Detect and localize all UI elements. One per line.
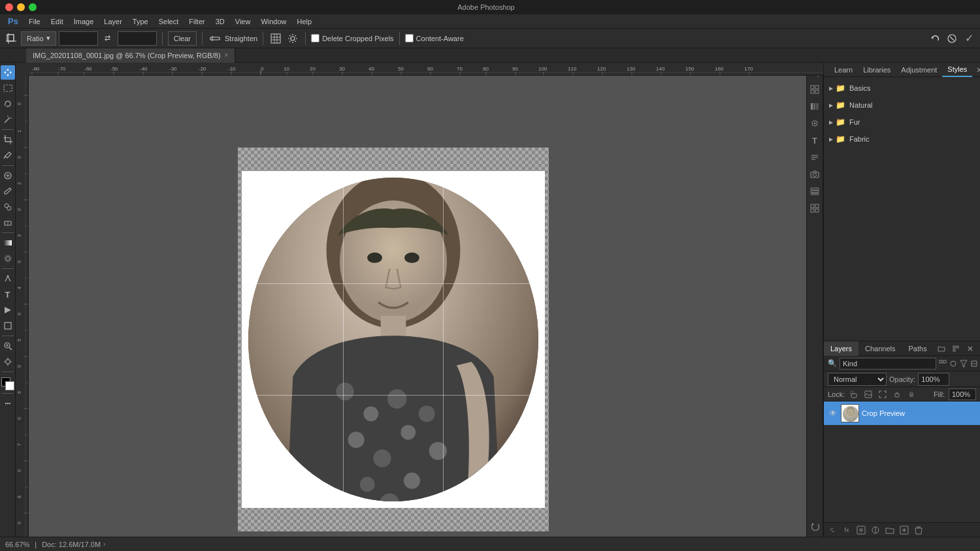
menu-window[interactable]: Window	[255, 16, 291, 27]
styles-collapse-icon[interactable]	[972, 63, 980, 77]
lock-artboard-icon[interactable]	[877, 389, 888, 400]
minimize-button[interactable]	[17, 3, 25, 11]
close-button[interactable]	[5, 3, 13, 11]
tool-blur[interactable]	[1, 251, 15, 266]
tab-adjustment[interactable]: Adjustment	[896, 63, 942, 77]
panel-icon-paragraph[interactable]	[808, 150, 822, 165]
panel-icon-adjustments[interactable]	[808, 116, 822, 131]
layers-group-icon[interactable]	[884, 524, 896, 536]
height-input[interactable]	[118, 31, 157, 46]
style-group-fabric-row[interactable]: ▶ 📁 Fabric	[824, 132, 980, 146]
layer-search-filter2-icon[interactable]	[960, 358, 968, 369]
menu-help[interactable]: Help	[292, 16, 318, 27]
tool-extra[interactable]	[1, 396, 15, 411]
swap-dimensions-icon[interactable]: ⇄	[101, 31, 115, 46]
tool-path-select[interactable]	[1, 303, 15, 317]
tab-styles[interactable]: Styles	[942, 63, 972, 77]
grid-overlay-icon[interactable]	[269, 31, 283, 46]
blend-mode-select[interactable]: Normal	[828, 373, 887, 386]
menu-select[interactable]: Select	[154, 16, 184, 27]
menu-view[interactable]: View	[230, 16, 256, 27]
tab-paths[interactable]: Paths	[902, 341, 934, 356]
layers-mask-icon[interactable]	[855, 524, 867, 536]
foreground-color[interactable]	[1, 377, 14, 390]
panel-icon-history[interactable]	[808, 520, 822, 534]
tool-pan[interactable]	[1, 354, 15, 369]
content-aware-checkbox[interactable]	[405, 34, 414, 42]
layers-fx-icon[interactable]: fx	[841, 524, 853, 536]
canvas-area[interactable]: -80 -70 -60 -50 -40 -30 -20 -10 0 10 20 …	[16, 63, 823, 537]
layers-panel-close-icon[interactable]	[964, 343, 976, 354]
tool-healing[interactable]	[1, 168, 15, 183]
menu-ps[interactable]: Ps	[3, 14, 24, 29]
tool-lasso[interactable]	[1, 97, 15, 111]
menu-edit[interactable]: Edit	[46, 16, 69, 27]
layers-delete-icon[interactable]	[913, 524, 924, 536]
panel-icon-text[interactable]: T	[808, 133, 822, 148]
tool-brush[interactable]	[1, 184, 15, 198]
maximize-button[interactable]	[29, 3, 37, 11]
settings-icon[interactable]	[286, 31, 300, 46]
doc-tab-close-button[interactable]: ×	[225, 52, 229, 59]
fill-input[interactable]	[949, 388, 976, 400]
tool-pen[interactable]	[1, 272, 15, 286]
tool-crop[interactable]	[1, 133, 15, 147]
tool-gradient[interactable]	[1, 236, 15, 250]
menu-layer[interactable]: Layer	[99, 16, 127, 27]
crop-tool-icon[interactable]	[4, 31, 18, 46]
style-group-basics-row[interactable]: ▶ 📁 Basics	[824, 81, 980, 95]
panel-icon-layers-side[interactable]	[808, 184, 822, 198]
tab-layers[interactable]: Layers	[824, 341, 858, 356]
menu-type[interactable]: Type	[127, 16, 154, 27]
width-input[interactable]	[59, 31, 98, 46]
tab-libraries[interactable]: Libraries	[858, 63, 896, 77]
style-group-fur-row[interactable]: ▶ 📁 Fur	[824, 115, 980, 129]
layers-adjustment-icon[interactable]	[870, 524, 881, 536]
tool-text[interactable]: T	[1, 287, 15, 302]
menu-3d[interactable]: 3D	[210, 16, 230, 27]
panel-icon-libraries[interactable]	[808, 99, 822, 114]
tool-move[interactable]	[1, 65, 15, 80]
tool-magic-wand[interactable]	[1, 112, 15, 127]
document-tab[interactable]: IMG_20201108_0001.jpg @ 66.7% (Crop Prev…	[26, 48, 235, 63]
commit-crop-icon[interactable]: ✓	[962, 31, 976, 46]
style-group-natural-row[interactable]: ▶ 📁 Natural	[824, 98, 980, 112]
status-expand-icon[interactable]: ›	[103, 541, 105, 548]
lock-position-icon[interactable]	[892, 389, 902, 400]
tool-eyedropper[interactable]	[1, 148, 15, 163]
tool-marquee[interactable]	[1, 81, 15, 95]
content-aware-checkbox-label[interactable]: Content-Aware	[405, 34, 464, 42]
tab-channels[interactable]: Channels	[858, 341, 902, 356]
panel-icon-grid-side[interactable]	[808, 201, 822, 215]
straighten-icon[interactable]	[208, 31, 222, 46]
menu-file[interactable]: File	[24, 16, 46, 27]
menu-filter[interactable]: Filter	[184, 16, 210, 27]
lock-transparent-icon[interactable]	[849, 389, 859, 400]
layer-kind-input[interactable]	[840, 358, 936, 370]
ratio-dropdown[interactable]: Ratio ▾	[21, 31, 56, 46]
tool-eraser[interactable]	[1, 215, 15, 230]
tool-shape[interactable]	[1, 319, 15, 333]
lock-image-icon[interactable]	[863, 389, 874, 400]
lock-all-icon[interactable]	[906, 389, 917, 400]
layers-panel-folder-icon[interactable]	[936, 343, 947, 354]
delete-cropped-checkbox[interactable]	[311, 34, 319, 42]
layers-panel-expand-icon[interactable]	[950, 343, 962, 354]
clear-button[interactable]: Clear	[168, 31, 197, 46]
panel-icon-camera[interactable]	[808, 167, 822, 181]
tool-zoom[interactable]	[1, 339, 15, 353]
layer-visibility-icon[interactable]: 👁	[828, 408, 838, 418]
tab-learn[interactable]: Learn	[829, 63, 858, 77]
opacity-input[interactable]	[918, 373, 949, 386]
layer-search-filter3-icon[interactable]	[970, 358, 978, 369]
layers-link-icon[interactable]	[826, 524, 838, 536]
delete-cropped-checkbox-label[interactable]: Delete Cropped Pixels	[311, 34, 393, 42]
menu-image[interactable]: Image	[69, 16, 99, 27]
layer-search-filter1-icon[interactable]	[949, 358, 957, 369]
layer-search-type-icon[interactable]	[939, 358, 947, 369]
layers-add-icon[interactable]	[898, 524, 910, 536]
undo-icon[interactable]	[928, 31, 942, 46]
panel-icon-styles[interactable]	[808, 82, 822, 97]
canvas-content[interactable]	[29, 76, 823, 537]
layer-row-crop-preview[interactable]: 👁 Crop Preview	[824, 401, 980, 425]
